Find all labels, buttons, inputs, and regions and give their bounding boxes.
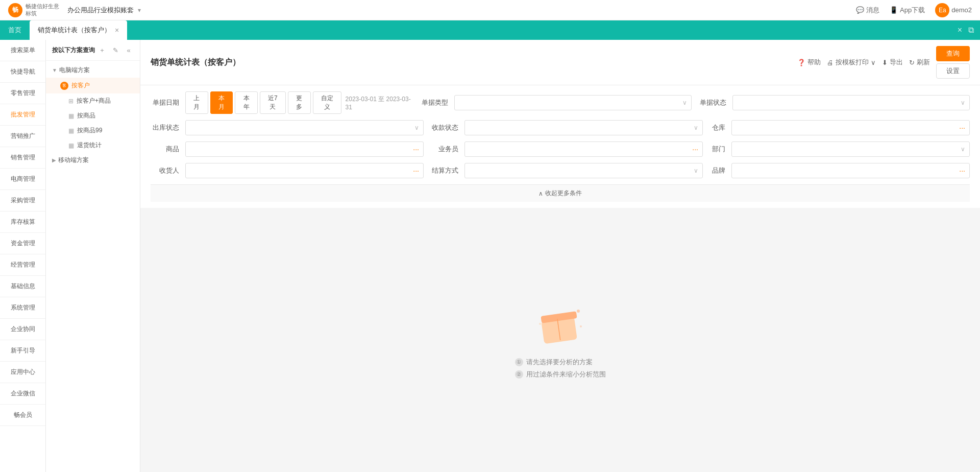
app-download-btn[interactable]: 📱 App下载 (890, 6, 925, 15)
scheme-tree: ▼ 电脑端方案 客 按客户 ⊞ 按客户+商品 ▦ 按商品 ▦ (46, 61, 140, 472)
status-select[interactable]: ∨ (732, 95, 970, 110)
sidebar-item-retail[interactable]: 零售管理 (0, 83, 45, 104)
tab-home[interactable]: 首页 (0, 20, 30, 40)
sidebar-item-basic[interactable]: 基础信息 (0, 276, 45, 297)
scheme-item-by-goods-99[interactable]: ▦ 按商品99 (46, 123, 140, 138)
warehouse-select[interactable]: ··· (731, 120, 970, 135)
brand-dots[interactable]: ··· (959, 167, 965, 175)
dept-label: 部门 (709, 145, 725, 154)
settings-btn[interactable]: 设置 (936, 63, 970, 79)
sidebar-item-wechat[interactable]: 企业微信 (0, 383, 45, 405)
pay-status-arrow: ∨ (694, 124, 698, 131)
sidebar-item-marketing[interactable]: 营销推广 (0, 126, 45, 147)
scheme-item-return-stats[interactable]: ▦ 退货统计 (46, 138, 140, 153)
top-bar-dropdown[interactable]: ▾ (138, 7, 141, 14)
filter-row-4: 收货人 ··· 结算方式 ∨ 品牌 ··· (151, 163, 970, 178)
empty-state: ① 请先选择要分析的方案 ② 用过滤条件来缩小分析范围 (140, 208, 980, 472)
logo-text: 畅捷信好生意 标筑 (26, 3, 59, 16)
sidebar-item-member[interactable]: 畅会员 (0, 405, 45, 426)
salesman-label: 业务员 (430, 145, 458, 154)
receiver-select[interactable]: ··· (185, 163, 424, 178)
salesman-select[interactable]: ··· (464, 141, 703, 157)
date-label: 单据日期 (151, 98, 179, 107)
scheme-item-by-goods[interactable]: ▦ 按商品 (46, 108, 140, 123)
message-icon: 💬 (856, 6, 864, 14)
page-header-actions: ❓ 帮助 🖨 按模板打印 ∨ ⬇ 导出 ↻ (797, 46, 970, 79)
scheme-group-mobile[interactable]: ▶ 移动端方案 (46, 153, 140, 168)
type-arrow: ∨ (682, 99, 687, 106)
date-btn-last-month[interactable]: 上月 (185, 91, 208, 114)
type-select[interactable]: ∨ (454, 95, 692, 110)
export-btn[interactable]: ⬇ 导出 (882, 58, 903, 67)
sidebar-item-search[interactable]: 搜索菜单 (0, 40, 45, 61)
scheme-group-arrow: ▼ (52, 67, 57, 73)
sidebar-item-ecommerce[interactable]: 电商管理 (0, 169, 45, 190)
print-arrow-icon: ∨ (871, 59, 876, 66)
refresh-btn[interactable]: ↻ 刷新 (909, 58, 930, 67)
date-btn-custom[interactable]: 自定义 (313, 91, 341, 114)
scheme-collapse-btn[interactable]: « (124, 45, 134, 55)
date-btn-this-month[interactable]: 本月 (210, 91, 233, 114)
tab-fullscreen-btn[interactable]: ⧉ (966, 23, 976, 37)
scheme-sub-icon-grid: ⊞ (68, 98, 74, 105)
scheme-add-btn[interactable]: + (97, 45, 107, 55)
sidebar-item-inventory[interactable]: 库存核算 (0, 211, 45, 233)
scheme-item-icon-customer: 客 (60, 82, 68, 90)
tab-restore-btn[interactable]: × (955, 23, 964, 37)
page-title: 销货单统计表（按客户） (151, 57, 240, 68)
sidebar-item-app-center[interactable]: 应用中心 (0, 362, 45, 383)
sidebar-item-quick-nav[interactable]: 快捷导航 (0, 61, 45, 83)
date-btn-more[interactable]: 更多 (288, 91, 311, 114)
template-print-btn[interactable]: 🖨 按模板打印 ∨ (827, 58, 876, 67)
sidebar-item-wholesale[interactable]: 批发管理 (0, 104, 45, 126)
scheme-panel-header: 按以下方案查询 + ✎ « (46, 40, 140, 61)
refresh-icon: ↻ (909, 59, 915, 66)
filter-row-2: 出库状态 ∨ 收款状态 ∨ 仓库 ··· (151, 120, 970, 135)
top-bar-right: 💬 消息 📱 App下载 Ea demo2 (856, 3, 972, 17)
collapse-more-btn[interactable]: ∧ 收起更多条件 (151, 184, 970, 202)
scheme-panel-actions: + ✎ « (97, 45, 134, 55)
tab-sales-stats[interactable]: 销货单统计表（按客户） × (30, 20, 127, 40)
out-status-arrow: ∨ (414, 124, 419, 131)
goods-select[interactable]: ··· (185, 141, 424, 157)
warehouse-dots[interactable]: ··· (959, 124, 965, 132)
out-status-select[interactable]: ∨ (185, 120, 424, 135)
user-profile[interactable]: Ea demo2 (935, 3, 972, 17)
query-btn[interactable]: 查询 (936, 46, 970, 61)
scheme-sub-icon-table2: ▦ (68, 127, 74, 134)
sidebar-item-operation[interactable]: 经营管理 (0, 254, 45, 276)
sidebar-item-newbie[interactable]: 新手引导 (0, 340, 45, 362)
pay-status-label: 收款状态 (430, 123, 458, 132)
settle-select[interactable]: ∨ (464, 163, 703, 178)
sidebar-item-finance[interactable]: 资金管理 (0, 233, 45, 254)
scheme-item-by-customer[interactable]: 客 按客户 (46, 78, 140, 93)
filter-area: 单据日期 上月 本月 本年 近7天 更多 自定义 2023-03-01 至 20… (140, 85, 980, 208)
logo-icon: 畅 (8, 3, 22, 17)
date-btn-this-year[interactable]: 本年 (235, 91, 258, 114)
filter-row-3: 商品 ··· 业务员 ··· 部门 ∨ (151, 141, 970, 157)
salesman-dots[interactable]: ··· (692, 145, 698, 153)
top-bar-title: 办公用品行业模拟账套 (67, 6, 134, 15)
help-btn[interactable]: ❓ 帮助 (797, 58, 821, 67)
receiver-dots[interactable]: ··· (413, 167, 419, 175)
scheme-edit-btn[interactable]: ✎ (110, 45, 120, 55)
message-btn[interactable]: 💬 消息 (856, 6, 879, 15)
brand-select[interactable]: ··· (731, 163, 970, 178)
sidebar-item-purchase[interactable]: 采购管理 (0, 190, 45, 211)
warehouse-label: 仓库 (709, 123, 725, 132)
goods-dots[interactable]: ··· (413, 145, 419, 153)
sidebar-item-sales[interactable]: 销售管理 (0, 147, 45, 169)
page-title-row: 销货单统计表（按客户） ❓ 帮助 🖨 按模板打印 ∨ ⬇ (151, 46, 970, 79)
top-bar-left: 畅 畅捷信好生意 标筑 办公用品行业模拟账套 ▾ (8, 3, 141, 17)
page-header: 销货单统计表（按客户） ❓ 帮助 🖨 按模板打印 ∨ ⬇ (140, 40, 980, 85)
status-label: 单据状态 (698, 98, 726, 107)
sidebar-item-system[interactable]: 系统管理 (0, 297, 45, 319)
pay-status-select[interactable]: ∨ (464, 120, 703, 135)
sidebar-item-enterprise[interactable]: 企业协同 (0, 319, 45, 340)
empty-hint-2: ② 用过滤条件来缩小分析范围 (515, 370, 606, 379)
tab-close-btn[interactable]: × (115, 26, 119, 34)
scheme-group-desktop[interactable]: ▼ 电脑端方案 (46, 63, 140, 78)
dept-select[interactable]: ∨ (731, 141, 970, 157)
date-btn-last-7[interactable]: 近7天 (260, 91, 286, 114)
scheme-item-by-customer-goods[interactable]: ⊞ 按客户+商品 (46, 93, 140, 108)
